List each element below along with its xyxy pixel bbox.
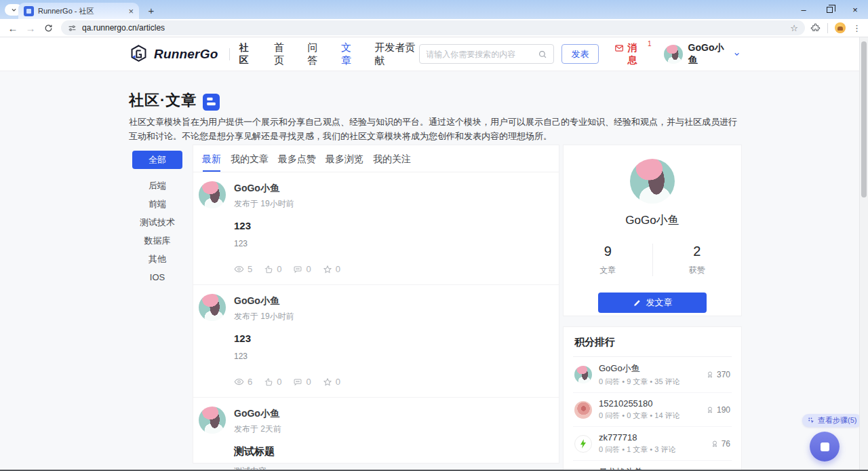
minimize-button[interactable]: – (791, 0, 816, 19)
leaderboard-row[interactable]: GoGo小鱼 0 问答 • 9 文章 • 35 评论 370 (573, 357, 732, 393)
rank-stats: 0 问答 • 1 文章 • 3 评论 (599, 445, 711, 455)
comments-count: 0 (306, 264, 311, 274)
browser-tab[interactable]: RunnerGo - 社区 × (18, 3, 139, 19)
rank-name[interactable]: GoGo小鱼 (599, 362, 706, 375)
views-stat: 6 (234, 377, 252, 387)
search-input[interactable] (426, 50, 534, 59)
stop-recording-button[interactable] (810, 432, 840, 461)
article-excerpt: 123 (234, 239, 545, 248)
article-row[interactable]: GoGo小鱼 发布于 19小时前 123 123 6 0 0 (193, 285, 559, 398)
user-menu[interactable]: GoGo小鱼 (664, 42, 741, 67)
rank-name[interactable]: 15210255180 (599, 398, 706, 409)
stars-stat[interactable]: 0 (323, 377, 340, 387)
tab-most-liked[interactable]: 最多点赞 (278, 145, 316, 172)
views-count: 5 (248, 264, 252, 274)
rank-name[interactable]: zk777718 (599, 432, 711, 442)
article-row[interactable]: GoGo小鱼 发布于 19小时前 123 123 5 0 0 (193, 172, 559, 285)
close-button[interactable]: × (842, 0, 868, 19)
category-list: 全部 后端 前端 测试技术 数据库 其他 IOS (132, 151, 182, 286)
post-article-button[interactable]: 发文章 (598, 293, 707, 313)
view-steps-button[interactable]: 查看步骤(5) (802, 414, 862, 427)
category-item-database[interactable]: 数据库 (132, 231, 182, 250)
category-item-backend[interactable]: 后端 (132, 176, 182, 195)
author-name[interactable]: GoGo小鱼 (234, 183, 294, 195)
category-item-frontend[interactable]: 前端 (132, 195, 182, 213)
eye-icon (234, 264, 244, 274)
author-avatar[interactable] (199, 294, 226, 321)
extension-badge-icon[interactable] (835, 22, 846, 33)
forward-button[interactable]: → (22, 22, 39, 34)
rank-points: 76 (711, 439, 730, 449)
likes-count: 0 (277, 377, 281, 387)
author-avatar[interactable] (199, 181, 226, 208)
author-name[interactable]: GoGo小鱼 (234, 295, 294, 307)
tab-most-viewed[interactable]: 最多浏览 (326, 145, 363, 172)
chevron-down-icon[interactable] (733, 50, 741, 58)
site-settings-icon[interactable] (68, 24, 77, 33)
articles-count: 9 (564, 244, 652, 259)
messages-button[interactable]: 消息 1 (614, 42, 652, 67)
chevron-down-icon (11, 7, 17, 13)
profile-likes-cell: 2 获赞 (653, 244, 742, 276)
category-item-other[interactable]: 其他 (132, 250, 182, 268)
medal-icon (706, 371, 714, 379)
tab-latest[interactable]: 最新 (202, 145, 221, 172)
omnibox[interactable]: qa.runnergo.cn/articles ☆ (61, 20, 805, 35)
scrollbar-thumb[interactable] (861, 41, 867, 197)
back-button[interactable]: ← (4, 22, 22, 34)
browser-menu-icon[interactable]: ⋮ (852, 23, 861, 33)
article-title[interactable]: 测试标题 (234, 445, 545, 458)
stars-stat[interactable]: 0 (323, 264, 340, 274)
rank-avatar (574, 401, 592, 419)
author-avatar[interactable] (199, 407, 226, 434)
page-scrollbar[interactable] (859, 37, 868, 471)
restore-icon (827, 7, 833, 13)
likes-stat[interactable]: 0 (264, 264, 281, 274)
thumbs-up-icon (264, 377, 273, 387)
post-article-label: 发文章 (646, 297, 673, 309)
medal-icon (711, 440, 719, 448)
article-row[interactable]: GoGo小鱼 发布于 2天前 测试标题 测试内容 14 0 0 (193, 398, 559, 471)
publish-button[interactable]: 发表 (561, 44, 599, 64)
comments-stat[interactable]: 0 (293, 377, 311, 387)
comment-icon (293, 265, 302, 274)
url-text[interactable]: qa.runnergo.cn/articles (82, 23, 785, 33)
tab-my-articles[interactable]: 我的文章 (231, 145, 269, 172)
likes-stat[interactable]: 0 (264, 377, 281, 387)
publish-time: 发布于 19小时前 (234, 311, 294, 322)
nav-item-home[interactable]: 首页 (274, 41, 292, 67)
profile-avatar[interactable] (630, 159, 675, 204)
brand[interactable]: RunnerGo (129, 44, 218, 64)
user-avatar[interactable] (664, 45, 683, 64)
extensions-icon[interactable] (810, 23, 821, 33)
reload-button[interactable] (39, 24, 57, 33)
brand-name: RunnerGo (154, 47, 218, 62)
leaderboard-row[interactable]: zk777718 0 问答 • 1 文章 • 3 评论 76 (573, 427, 732, 461)
toolbar-divider (827, 23, 828, 33)
lightning-icon (578, 438, 589, 449)
category-item-testing[interactable]: 测试技术 (132, 213, 182, 231)
rank-points-value: 76 (722, 439, 730, 449)
author-name[interactable]: GoGo小鱼 (234, 408, 281, 420)
article-title[interactable]: 123 (234, 220, 545, 231)
leaderboard-row[interactable]: 15210255180 0 问答 • 0 文章 • 14 评论 190 (573, 393, 732, 427)
category-item-ios[interactable]: IOS (132, 268, 182, 286)
rank-stats: 0 问答 • 9 文章 • 35 评论 (599, 377, 706, 387)
steps-icon (808, 417, 815, 424)
user-name: GoGo小鱼 (688, 42, 728, 67)
restore-button[interactable] (816, 0, 842, 19)
messages-badge: 1 (648, 41, 652, 48)
new-tab-button[interactable]: + (144, 3, 159, 18)
comments-stat[interactable]: 0 (293, 264, 311, 274)
article-title[interactable]: 123 (234, 333, 545, 344)
tab-my-follows[interactable]: 我的关注 (373, 145, 411, 172)
nav-item-qa[interactable]: 问答 (307, 41, 325, 67)
likes-count: 0 (277, 264, 281, 274)
bookmark-star-icon[interactable]: ☆ (790, 23, 798, 33)
category-item-all[interactable]: 全部 (132, 151, 182, 169)
tab-close-icon[interactable]: × (128, 7, 134, 16)
nav-item-contributors[interactable]: 开发者贡献 (374, 41, 419, 67)
search-icon[interactable] (538, 50, 547, 59)
nav-item-articles[interactable]: 文章 (341, 41, 359, 67)
thumbs-up-icon (264, 265, 273, 274)
